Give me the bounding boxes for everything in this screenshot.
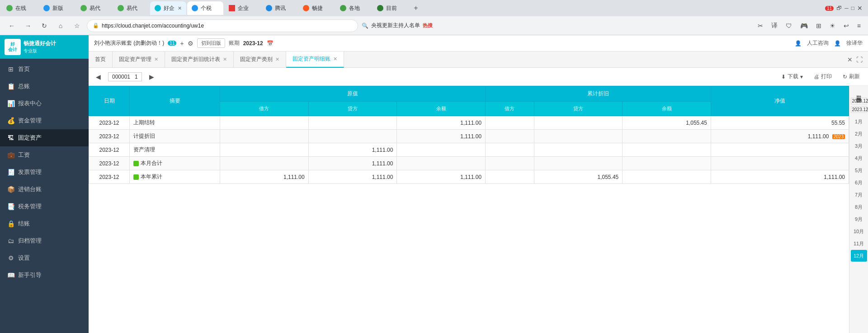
period-item-6[interactable]: 6月: [851, 177, 867, 188]
forward-button[interactable]: →: [22, 19, 34, 32]
game-icon[interactable]: 🎮: [798, 21, 810, 30]
col-group-accumulated-depreciation: 累计折旧: [486, 86, 711, 102]
period-item-3[interactable]: 3月: [851, 140, 867, 152]
period-item-7[interactable]: 7月: [851, 189, 867, 201]
browser-toolbar-right: ✂ 译 🛡 🎮 ⊞ ☀ ↩ ≡: [756, 21, 863, 31]
tab-depreciation-stats[interactable]: 固定资产折旧统计表 ✕: [165, 52, 234, 68]
url-bar[interactable]: 🔒 https://cloud.chanjet.com/accounting/u…: [87, 19, 358, 32]
period-item-4[interactable]: 4月: [851, 152, 867, 164]
period-item-8[interactable]: 8月: [851, 201, 867, 213]
switch-version-button[interactable]: 切到旧版: [197, 38, 225, 48]
period-item-2[interactable]: 2月: [851, 128, 867, 140]
sidebar-item-close-account[interactable]: 🔒 结账: [0, 215, 89, 232]
more-icon[interactable]: ≡: [855, 21, 863, 30]
sidebar-item-invoice[interactable]: 🧾 发票管理: [0, 164, 89, 181]
browser-tab-online[interactable]: 在线: [2, 1, 38, 15]
browser-tab-yidai1[interactable]: 易代: [76, 1, 112, 15]
sidebar-item-ledger[interactable]: 📋 总账: [0, 78, 89, 95]
back-button[interactable]: ←: [5, 19, 18, 32]
browser-tab-changjie[interactable]: 畅捷: [298, 1, 335, 15]
cell-net-value: [711, 143, 849, 157]
cell-desc: 计提折旧: [130, 130, 220, 143]
tab-fixed-assets-mgmt[interactable]: 固定资产管理 ✕: [113, 52, 165, 68]
adblock-icon[interactable]: 🛡: [784, 21, 794, 30]
tab-close-icon[interactable]: ✕: [333, 56, 337, 62]
scissors-icon[interactable]: ✂: [756, 21, 765, 30]
sidebar-item-label: 总账: [18, 82, 30, 90]
close-browser-icon[interactable]: ✕: [857, 5, 863, 12]
browser-tab-tengxun[interactable]: 腾讯: [261, 1, 297, 15]
sidebar-item-label: 工资: [18, 151, 30, 159]
company-name: 刘小艳演示账套 (勿删勿动！): [94, 39, 164, 47]
close-panel-icon[interactable]: ✕: [847, 56, 853, 63]
sidebar-item-payroll[interactable]: 💼 工资: [0, 146, 89, 164]
payroll-icon: 💼: [7, 151, 14, 159]
sidebar-item-tax[interactable]: 📑 税务管理: [0, 198, 89, 215]
period-item-1[interactable]: 1月: [851, 116, 867, 127]
window-controls: ✕ ⛶: [847, 56, 868, 63]
tab-close-icon[interactable]: ✕: [223, 56, 227, 62]
expand-panel-icon[interactable]: ⛶: [856, 56, 863, 63]
new-tab-button[interactable]: +: [410, 2, 422, 14]
browser-tab-yidai2[interactable]: 易代: [113, 1, 149, 15]
sidebar-item-guide[interactable]: 📖 新手引导: [0, 267, 89, 284]
next-record-button[interactable]: ▶: [147, 72, 156, 81]
tab-close-icon[interactable]: ✕: [154, 56, 158, 62]
period-item-5[interactable]: 5月: [851, 164, 867, 176]
sidebar-item-inventory[interactable]: 📦 进销台账: [0, 181, 89, 198]
settings-small-icon[interactable]: ⚙: [188, 40, 193, 47]
period-item-9[interactable]: 9月: [851, 213, 867, 225]
refresh-button[interactable]: ↻: [38, 19, 51, 32]
sidebar-item-archive[interactable]: 🗂 归档管理: [0, 232, 89, 249]
download-icon: ⬇: [781, 74, 786, 80]
add-account-icon[interactable]: +: [180, 40, 184, 47]
brightness-icon[interactable]: ☀: [828, 21, 837, 30]
period-item-12[interactable]: 12月: [851, 250, 867, 262]
sidebar-item-label: 进销台账: [18, 185, 42, 193]
tab-label: 个税: [201, 5, 212, 12]
download-button[interactable]: ⬇ 下载 ▾: [778, 71, 806, 82]
tab-label: 易代: [127, 5, 137, 12]
tab-home[interactable]: 首页: [89, 52, 113, 68]
translate-icon[interactable]: 译: [769, 21, 779, 31]
bookmark-button[interactable]: ☆: [71, 19, 83, 32]
tab-close-icon[interactable]: ✕: [178, 5, 182, 11]
col-group-original-value: 原值: [220, 86, 486, 102]
home-button[interactable]: ⌂: [54, 19, 67, 32]
minimize-icon[interactable]: ─: [844, 5, 849, 11]
undo-icon[interactable]: ↩: [842, 21, 851, 30]
browser-tab-gedi[interactable]: 各地: [335, 1, 372, 15]
browser-tab-qiye[interactable]: 企业: [224, 1, 260, 15]
username[interactable]: 徐译华: [846, 39, 863, 47]
prev-record-button[interactable]: ◀: [94, 72, 103, 81]
maximize-icon[interactable]: □: [851, 5, 854, 11]
calendar-icon[interactable]: 📅: [267, 40, 274, 47]
cell-orig-balance: 1,111.00: [397, 170, 486, 184]
browser-tab-haoqi[interactable]: 好企 ✕: [150, 1, 186, 15]
tab-label: 易代: [90, 5, 100, 12]
tab-asset-detail[interactable]: 固定资产明细账 ✕: [286, 52, 344, 68]
period-item-11[interactable]: 11月: [851, 238, 867, 249]
period-item-10[interactable]: 10月: [851, 225, 867, 237]
table-wrapper: 日期 摘要 原值 累计折旧 净值: [89, 86, 849, 333]
browser-tab-muqian[interactable]: 目前: [373, 1, 409, 15]
cell-net-value: 1,111.00 2023: [711, 130, 849, 143]
cell-accum-balance: [623, 157, 711, 170]
sidebar-item-settings[interactable]: ⚙ 设置: [0, 249, 89, 267]
cell-orig-balance: 1,111.00: [397, 116, 486, 130]
tab-close-icon[interactable]: ✕: [275, 56, 279, 62]
sidebar-item-funds[interactable]: 💰 资金管理: [0, 112, 89, 129]
tab-asset-category[interactable]: 固定资产类别 ✕: [234, 52, 286, 68]
table-side-container: 日期 摘要 原值 累计折旧 净值: [89, 86, 868, 333]
restore-icon[interactable]: 🗗: [836, 5, 842, 11]
sidebar-menu: ⊞ 首页 📋 总账 📊 报表中心 💰 资金管理 🏗 固定资产 💼 工资: [0, 59, 89, 333]
grid-icon[interactable]: ⊞: [814, 21, 823, 30]
customer-service-label[interactable]: 人工咨询: [807, 39, 829, 47]
print-button[interactable]: 🖨 打印: [811, 71, 835, 82]
sidebar-item-fixed-assets[interactable]: 🏗 固定资产: [0, 129, 89, 146]
browser-tab-new[interactable]: 新版: [39, 1, 75, 15]
sidebar-item-reports[interactable]: 📊 报表中心: [0, 95, 89, 112]
browser-tab-geshui[interactable]: 个税: [187, 1, 223, 15]
sidebar-item-home[interactable]: ⊞ 首页: [0, 61, 89, 78]
refresh-button[interactable]: ↻ 刷新: [840, 71, 863, 82]
